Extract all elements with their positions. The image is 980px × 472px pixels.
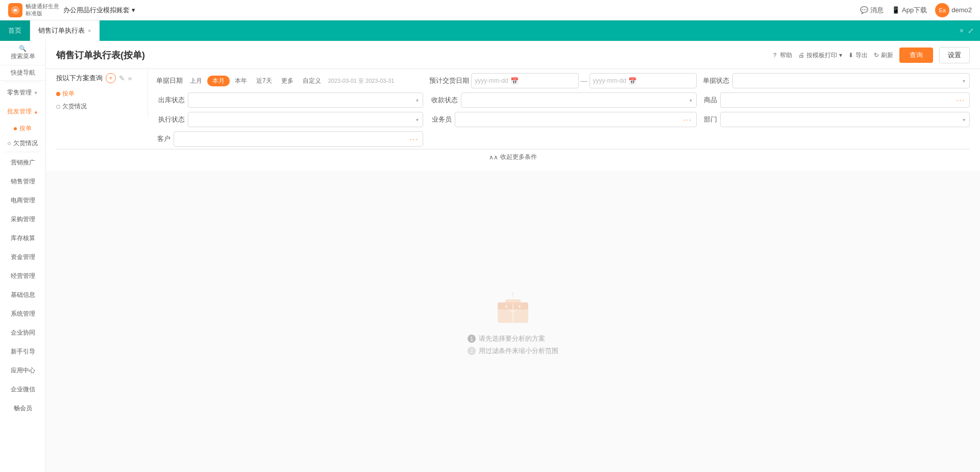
expected-date-end[interactable]: yyyy-mm-dd 📅 <box>590 73 697 88</box>
filter-row-3: 执行状态 ▾ 业务员 ··· <box>156 112 970 127</box>
svg-point-6 <box>519 305 521 308</box>
chevron-up-icon: ∧∧ <box>489 154 498 161</box>
sales-tab-label: 销售订单执行表 <box>38 26 85 35</box>
sidebar-item-finance[interactable]: 资金管理 <box>0 248 45 267</box>
sidebar-item-sales[interactable]: 销售管理 <box>0 172 45 191</box>
sidebar-shortcut[interactable]: 快捷导航 <box>0 65 45 81</box>
sidebar-item-wechat[interactable]: 企业微信 <box>0 380 45 399</box>
sidebar-item-enterprise[interactable]: 企业协同 <box>0 323 45 342</box>
sidebar-item-appstore[interactable]: 应用中心 <box>0 361 45 380</box>
logo-area: 畅捷通好生意 标准版 <box>8 3 59 17</box>
sidebar-item-operations[interactable]: 经营管理 <box>0 267 45 286</box>
print-icon: 🖨 <box>798 52 804 59</box>
dept-dropdown-icon: ▾ <box>963 117 965 123</box>
customer-more-icon: ··· <box>410 135 419 143</box>
date-tab-7days[interactable]: 近7天 <box>252 76 276 86</box>
exec-select[interactable]: ▾ <box>188 112 423 127</box>
submenu-item-按单[interactable]: 按单 <box>0 121 45 136</box>
expand-window-icon[interactable]: ⤢ <box>968 27 974 35</box>
collapse-scheme-icon[interactable]: « <box>128 74 132 82</box>
close-window-icon[interactable]: × <box>960 27 964 35</box>
sidebar-item-marketing[interactable]: 营销推广 <box>0 153 45 172</box>
product-label: 商品 <box>703 96 717 105</box>
home-tab-label: 首页 <box>8 26 21 35</box>
date-tab-this-month[interactable]: 本月 <box>207 76 230 86</box>
app-download-button[interactable]: 📱 App下载 <box>892 6 927 15</box>
sidebar-item-newbie[interactable]: 新手引导 <box>0 342 45 361</box>
user-menu[interactable]: Ea demo2 <box>935 3 972 17</box>
expected-date-start[interactable]: yyyy-mm-dd 📅 <box>471 73 578 88</box>
chevron-icon: ▼ <box>34 90 38 96</box>
message-icon: 💬 <box>860 6 868 14</box>
export-button[interactable]: ⬇ 导出 <box>848 51 868 60</box>
top-bar-right: 💬 消息 📱 App下载 Ea demo2 <box>860 3 972 17</box>
date-tab-more[interactable]: 更多 <box>277 76 298 86</box>
filter-row-4: 客户 ··· <box>156 131 970 147</box>
refresh-button[interactable]: ↻ 刷新 <box>874 51 893 60</box>
sidebar-item-ecommerce[interactable]: 电商管理 <box>0 191 45 210</box>
sidebar-item-retail[interactable]: 零售管理 ▼ <box>0 83 45 102</box>
outbound-select[interactable]: ▾ <box>188 92 423 108</box>
date-label: 单据日期 <box>156 76 183 85</box>
scheme-item-欠货情况[interactable]: 欠货情况 <box>56 100 141 113</box>
add-scheme-button[interactable]: + <box>106 73 116 83</box>
status-dropdown-icon: ▾ <box>963 78 965 84</box>
scheme-item-label: 按单 <box>62 89 75 98</box>
page-title-row: 销售订单执行表(按单) ？ 帮助 🖨 按模板打印 ▾ ⬇ 导出 <box>56 47 970 68</box>
calendar-end-icon[interactable]: 📅 <box>628 77 636 85</box>
outbound-label: 出库状态 <box>156 96 185 105</box>
sidebar-item-member[interactable]: 畅会员 <box>0 399 45 418</box>
top-bar-left: 畅捷通好生意 标准版 办公用品行业模拟账套 ▾ <box>8 3 135 17</box>
filter-row-1: 单据日期 上月 本月 本年 近7天 更多 自定义 2023-03-01 至 20… <box>156 73 970 88</box>
salesperson-input[interactable]: ··· <box>455 112 696 127</box>
filter-cell-payment: 收款状态 ▾ <box>429 92 696 108</box>
edit-scheme-icon[interactable]: ✎ <box>119 74 125 82</box>
filter-fields: 单据日期 上月 本月 本年 近7天 更多 自定义 2023-03-01 至 20… <box>156 69 970 149</box>
settings-button[interactable]: 设置 <box>939 47 970 63</box>
app-selector[interactable]: 办公用品行业模拟账套 ▾ <box>63 6 135 15</box>
tab-close-icon[interactable]: × <box>88 28 91 34</box>
date-tab-custom[interactable]: 自定义 <box>299 76 325 86</box>
help-button[interactable]: ？ 帮助 <box>772 51 792 60</box>
date-tab-this-year[interactable]: 本年 <box>231 76 251 86</box>
date-tab-group: 上月 本月 本年 近7天 更多 自定义 <box>186 76 325 86</box>
active-dot-icon <box>14 127 17 130</box>
sidebar-item-basic[interactable]: 基础信息 <box>0 286 45 304</box>
filter-panel: 按以下方案查询 + ✎ « 按单 欠货情况 <box>46 69 980 171</box>
status-label: 单据状态 <box>703 76 729 85</box>
calendar-start-icon[interactable]: 📅 <box>510 77 519 85</box>
status-select[interactable]: ▾ <box>732 73 970 88</box>
customer-input[interactable]: ··· <box>174 131 423 147</box>
sidebar-item-system[interactable]: 系统管理 <box>0 304 45 323</box>
scheme-item-按单[interactable]: 按单 <box>56 87 141 100</box>
salesperson-label: 业务员 <box>429 115 452 124</box>
sidebar-search[interactable]: 🔍 搜索菜单 <box>0 41 45 65</box>
sidebar-item-wholesale[interactable]: 批发管理 ▲ <box>0 102 45 121</box>
logo-icon <box>8 3 22 17</box>
step2-num: 2 <box>468 347 476 355</box>
sidebar-item-inventory[interactable]: 库存核算 <box>0 229 45 248</box>
empty-illustration: ! <box>487 287 538 328</box>
filter-cell-date: 单据日期 上月 本月 本年 近7天 更多 自定义 2023-03-01 至 20… <box>156 73 423 88</box>
chevron-up-icon: ▲ <box>34 109 38 114</box>
submenu-item-欠货情况[interactable]: 欠货情况 <box>0 136 45 151</box>
payment-select[interactable]: ▾ <box>461 92 696 108</box>
print-button[interactable]: 🖨 按模板打印 ▾ <box>798 51 842 60</box>
sidebar-item-purchase[interactable]: 采购管理 <box>0 210 45 229</box>
tab-home[interactable]: 首页 <box>0 20 30 41</box>
product-input[interactable]: ··· <box>720 92 970 108</box>
customer-label: 客户 <box>156 134 170 144</box>
help-icon: ？ <box>772 51 778 60</box>
empty-state: ! 1 请先选择要分析的方案 2 用过滤条件来缩小分析范围 <box>468 287 558 356</box>
main-layout: 🔍 搜索菜单 快捷导航 零售管理 ▼ 批发管理 ▲ 按单 欠货情况 <box>0 41 980 472</box>
step1-num: 1 <box>468 335 476 343</box>
date-tab-last-month[interactable]: 上月 <box>186 76 206 86</box>
query-button[interactable]: 查询 <box>899 48 933 63</box>
message-button[interactable]: 💬 消息 <box>860 6 884 15</box>
content-area: 销售订单执行表(按单) ？ 帮助 🖨 按模板打印 ▾ ⬇ 导出 <box>46 41 980 472</box>
dept-select[interactable]: ▾ <box>720 112 970 127</box>
collapse-bar[interactable]: ∧∧ 收起更多条件 <box>56 149 970 164</box>
tab-sales-table[interactable]: 销售订单执行表 × <box>30 20 100 41</box>
inactive-dot-icon <box>8 142 11 145</box>
date-range-text: 2023-03-01 至 2023-03-31 <box>328 77 395 85</box>
